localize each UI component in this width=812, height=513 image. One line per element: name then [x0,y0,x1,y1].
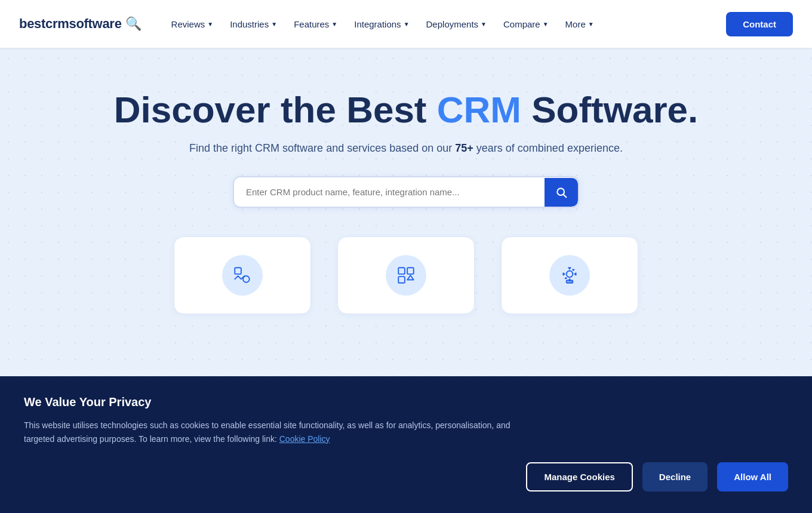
search-icon [555,186,567,198]
decline-button[interactable]: Decline [642,462,708,492]
cards-row: CRM [19,236,793,314]
nav-deployments[interactable]: Deployments ▼ [419,14,494,34]
logo-text: bestcrmsoftware [19,16,122,32]
svg-marker-7 [407,275,414,279]
chevron-down-icon: ▼ [588,21,594,27]
hero-section: Discover the Best CRM Software. Find the… [0,48,812,338]
crm-settings-icon: CRM [559,265,580,285]
cookie-policy-link[interactable]: Cookie Policy [279,434,330,444]
allow-all-button[interactable]: Allow All [717,462,788,492]
chevron-down-icon: ▼ [481,21,487,27]
nav-compare[interactable]: Compare ▼ [496,14,556,34]
navbar-left: bestcrmsoftware 🔍 Reviews ▼ Industries ▼… [19,14,601,34]
svg-text:CRM: CRM [567,281,572,283]
categories-icon [396,265,416,285]
search-button[interactable] [545,178,578,207]
hero-subtitle: Find the right CRM software and services… [19,142,793,155]
card-categories[interactable] [337,236,475,314]
svg-rect-2 [235,268,241,274]
nav-more[interactable]: More ▼ [558,14,601,34]
card-icon-circle-3: CRM [549,255,590,296]
hero-title: Discover the Best CRM Software. [19,90,793,130]
search-container [19,176,793,208]
cookie-actions: Manage Cookies Decline Allow All [24,462,788,492]
chevron-down-icon: ▼ [271,21,277,27]
chevron-down-icon: ▼ [404,21,410,27]
integrations-icon [232,265,253,285]
svg-rect-5 [407,268,414,274]
cookie-body: This website utilises technologies such … [24,419,513,446]
search-box [233,176,579,208]
chevron-down-icon: ▼ [207,21,213,27]
search-icon: 🔍 [125,16,142,32]
cookie-title: We Value Your Privacy [24,395,788,409]
nav-industries[interactable]: Industries ▼ [223,14,284,34]
svg-line-1 [564,194,567,197]
manage-cookies-button[interactable]: Manage Cookies [526,462,632,492]
card-integrations[interactable] [174,236,311,314]
navbar-nav: Reviews ▼ Industries ▼ Features ▼ Integr… [164,14,601,34]
svg-point-8 [567,271,573,278]
navbar: bestcrmsoftware 🔍 Reviews ▼ Industries ▼… [0,0,812,48]
card-icon-circle-1 [222,255,263,296]
contact-button[interactable]: Contact [726,12,793,36]
svg-rect-6 [398,277,405,283]
search-input[interactable] [234,177,545,207]
chevron-down-icon: ▼ [543,21,549,27]
chevron-down-icon: ▼ [331,21,337,27]
nav-integrations[interactable]: Integrations ▼ [347,14,416,34]
nav-reviews[interactable]: Reviews ▼ [164,14,221,34]
nav-features[interactable]: Features ▼ [287,14,345,34]
cookie-banner: We Value Your Privacy This website utili… [0,376,812,513]
card-icon-circle-2 [386,255,426,296]
card-crm-settings[interactable]: CRM [501,236,638,314]
svg-rect-4 [398,268,405,274]
